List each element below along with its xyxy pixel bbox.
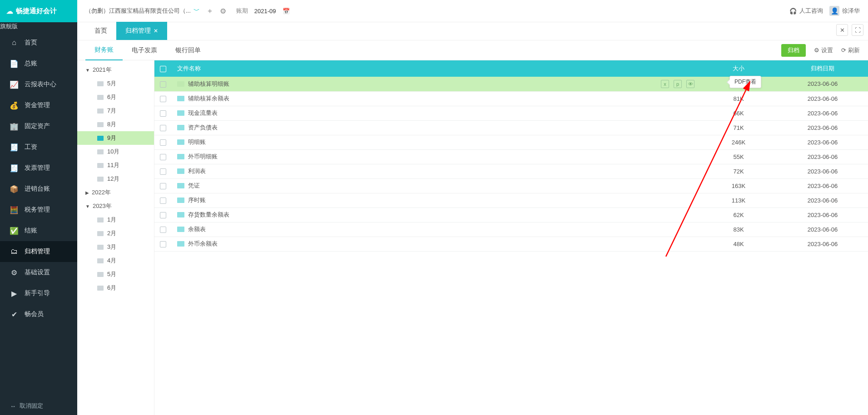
tree-year-2021年[interactable]: ▼2021年	[77, 63, 154, 77]
nav-icon: 🧾	[10, 143, 18, 151]
file-name: 辅助核算明细账	[188, 80, 229, 88]
nav-item-归档管理[interactable]: 🗂归档管理	[0, 241, 77, 262]
table-row[interactable]: 凭证163K2023-06-06	[154, 178, 868, 193]
row-checkbox[interactable]	[160, 241, 166, 247]
sub-tab-电子发票[interactable]: 电子发票	[123, 40, 166, 60]
row-checkbox[interactable]	[160, 168, 166, 175]
nav-item-固定资产[interactable]: 🏢固定资产	[0, 116, 77, 137]
tree-month-label: 10月	[107, 148, 119, 156]
tree-month-2021年-6月[interactable]: 6月	[77, 90, 154, 104]
close-tab-button[interactable]: ✕	[836, 24, 848, 36]
row-checkbox[interactable]	[160, 110, 166, 117]
table-row[interactable]: 外币余额表48K2023-06-06	[154, 237, 868, 251]
period-value[interactable]: 2021-09	[254, 8, 276, 15]
select-all-checkbox[interactable]	[160, 66, 166, 72]
sub-tab-财务账[interactable]: 财务账	[85, 40, 123, 60]
nav-list: ⌂首页📄总账📈云报表中心💰资金管理🏢固定资产🧾工资🧾发票管理📦进销台账🧮税务管理…	[0, 30, 77, 397]
nav-item-结账[interactable]: ✅结账	[0, 220, 77, 241]
settings-label: 设置	[821, 46, 833, 54]
file-name: 资产负债表	[188, 124, 218, 132]
file-size: 81K	[700, 91, 777, 106]
archive-date: 2023-06-06	[777, 77, 868, 91]
table-row[interactable]: 利润表72K2023-06-06	[154, 164, 868, 178]
nav-item-资金管理[interactable]: 💰资金管理	[0, 95, 77, 116]
row-checkbox[interactable]	[160, 81, 166, 88]
company-settings-button[interactable]: ⚙	[220, 7, 226, 15]
settings-link[interactable]: ⚙ 设置	[814, 46, 833, 54]
tree-month-2021年-10月[interactable]: 10月	[77, 145, 154, 158]
tree-month-2021年-12月[interactable]: 12月	[77, 172, 154, 186]
refresh-link[interactable]: ⟳ 刷新	[841, 46, 860, 54]
tree-month-2023年-6月[interactable]: 6月	[77, 281, 154, 295]
nav-item-基础设置[interactable]: ⚙基础设置	[0, 262, 77, 283]
row-checkbox[interactable]	[160, 227, 166, 233]
nav-icon: 🗂	[10, 247, 18, 256]
tree-month-2023年-2月[interactable]: 2月	[77, 227, 154, 240]
file-size: 246K	[700, 135, 777, 149]
tree-year-2022年[interactable]: ▶2022年	[77, 186, 154, 199]
row-checkbox[interactable]	[160, 212, 166, 218]
consult-button[interactable]: 🎧 人工咨询	[789, 7, 823, 15]
table-row[interactable]: 外币明细账55K2023-06-06	[154, 149, 868, 164]
tree-month-2023年-1月[interactable]: 1月	[77, 213, 154, 227]
tree-month-2021年-8月[interactable]: 8月	[77, 118, 154, 131]
col-size: 大小	[700, 60, 777, 77]
tree-month-2021年-5月[interactable]: 5月	[77, 77, 154, 90]
nav-item-新手引导[interactable]: ▶新手引导	[0, 283, 77, 304]
pdf-view-icon[interactable]: 👁	[686, 80, 694, 88]
user-name: 徐泽华	[842, 7, 860, 15]
company-selector[interactable]: （勿删）江西服宝精品有限责任公司（... ﹀	[85, 7, 200, 15]
row-checkbox[interactable]	[160, 139, 166, 146]
nav-item-工资[interactable]: 🧾工资	[0, 137, 77, 158]
add-company-button[interactable]: ＋	[206, 6, 213, 16]
table-row[interactable]: 明细账246K2023-06-06	[154, 135, 868, 149]
sidebar-unpin[interactable]: ↔ 取消固定	[0, 397, 77, 415]
nav-item-发票管理[interactable]: 🧾发票管理	[0, 158, 77, 178]
tree-month-2021年-7月[interactable]: 7月	[77, 104, 154, 118]
tree-month-2023年-4月[interactable]: 4月	[77, 254, 154, 267]
table-row[interactable]: 资产负债表71K2023-06-06	[154, 120, 868, 135]
page-tab-首页[interactable]: 首页	[85, 22, 116, 40]
calendar-icon[interactable]: 📅	[283, 8, 290, 15]
fullscreen-button[interactable]: ⛶	[852, 24, 863, 36]
archive-button[interactable]: 归档	[781, 44, 806, 57]
row-checkbox[interactable]	[160, 125, 166, 131]
nav-item-进销台账[interactable]: 📦进销台账	[0, 178, 77, 199]
tree-month-label: 5月	[107, 270, 116, 278]
tree-toggle-icon: ▼	[85, 204, 90, 209]
tree-month-2021年-9月[interactable]: 9月	[77, 131, 154, 145]
tree-year-2023年[interactable]: ▼2023年	[77, 199, 154, 213]
row-checkbox[interactable]	[160, 154, 166, 160]
page-tab-归档管理[interactable]: 归档管理✕	[116, 22, 167, 40]
table-row[interactable]: 序时账113K2023-06-06	[154, 193, 868, 208]
page-tabs: 首页归档管理✕ ✕ ⛶	[77, 22, 868, 40]
table-row[interactable]: 辅助核算余额表81K2023-06-06	[154, 91, 868, 106]
tree-month-label: 7月	[107, 107, 116, 115]
table-row[interactable]: 余额表83K2023-06-06	[154, 222, 868, 237]
close-icon[interactable]: ✕	[154, 28, 158, 34]
chevron-down-icon: ﹀	[193, 7, 200, 15]
tree-month-2023年-5月[interactable]: 5月	[77, 267, 154, 281]
folder-icon	[97, 272, 104, 277]
sub-tab-银行回单[interactable]: 银行回单	[166, 40, 210, 60]
nav-item-总账[interactable]: 📄总账	[0, 53, 77, 74]
period-label: 账期	[236, 7, 248, 15]
row-checkbox[interactable]	[160, 198, 166, 204]
nav-label: 资金管理	[25, 101, 50, 109]
nav-item-云报表中心[interactable]: 📈云报表中心	[0, 74, 77, 95]
export-pdf-icon[interactable]: p	[674, 80, 682, 88]
table-row[interactable]: 存货数量余额表62K2023-06-06	[154, 208, 868, 222]
nav-item-首页[interactable]: ⌂首页	[0, 32, 77, 53]
nav-item-税务管理[interactable]: 🧮税务管理	[0, 199, 77, 220]
export-excel-icon[interactable]: x	[661, 80, 669, 88]
tree-year-label: 2022年	[92, 188, 111, 197]
tree-month-2023年-3月[interactable]: 3月	[77, 240, 154, 254]
sidebar: ☁ 畅捷通好会计 旗舰版 ⌂首页📄总账📈云报表中心💰资金管理🏢固定资产🧾工资🧾发…	[0, 0, 77, 415]
nav-icon: 💰	[10, 101, 18, 109]
row-checkbox[interactable]	[160, 183, 166, 189]
user-menu[interactable]: 👤 徐泽华	[829, 6, 860, 16]
tree-month-2021年-11月[interactable]: 11月	[77, 158, 154, 172]
table-row[interactable]: 现金流量表66K2023-06-06	[154, 106, 868, 120]
row-checkbox[interactable]	[160, 96, 166, 102]
nav-item-畅会员[interactable]: ✔畅会员	[0, 304, 77, 325]
